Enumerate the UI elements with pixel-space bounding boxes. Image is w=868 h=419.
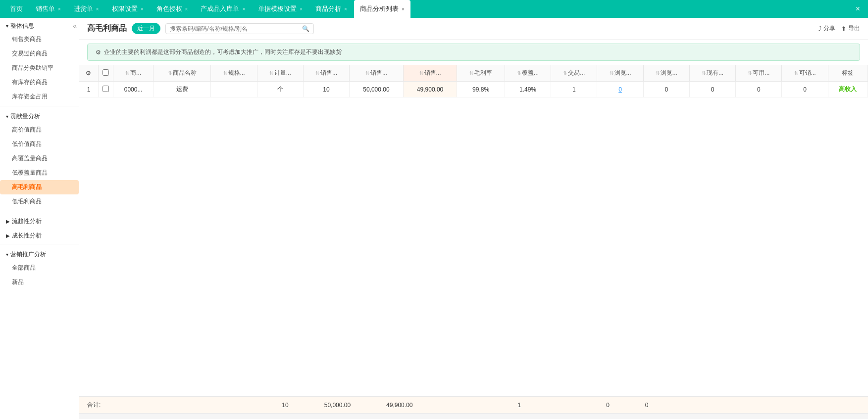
sidebar-group-marketing[interactable]: ▾ 营销推广分析	[0, 246, 79, 261]
cell-checkbox[interactable]	[98, 82, 113, 97]
row-checkbox[interactable]	[102, 86, 109, 92]
sidebar-item-traded-goods[interactable]: 交易过的商品	[0, 47, 79, 61]
col-browse1[interactable]: ⇅ 浏览...	[597, 65, 643, 82]
search-box: 🔍	[165, 23, 314, 34]
sort-icon: ⇅	[702, 70, 706, 76]
col-browse2[interactable]: ⇅ 浏览...	[643, 65, 689, 82]
data-table-container[interactable]: ⚙ ⇅ 商...	[79, 65, 868, 396]
col-code[interactable]: ⇅ 商...	[113, 65, 153, 82]
sort-icon: ⇅	[315, 70, 319, 76]
sidebar-item-sales-goods[interactable]: 销售类商品	[0, 32, 79, 47]
nav-tab-product-analysis-list[interactable]: 商品分析列表 ×	[354, 0, 410, 18]
table-header-row: ⚙ ⇅ 商...	[79, 65, 868, 82]
product-analysis-table: ⚙ ⇅ 商...	[79, 65, 868, 97]
divider	[0, 244, 79, 244]
footer-sales-amount: 50,000.00	[321, 402, 354, 409]
window-close-button[interactable]: ×	[852, 4, 864, 13]
footer-current-stock: 0	[603, 402, 613, 409]
sidebar-item-low-margin[interactable]: 低毛利商品	[0, 194, 79, 209]
sidebar-item-category-sales-rate[interactable]: 商品分类助销率	[0, 61, 79, 75]
sidebar-group-flow[interactable]: ▶ 流趋性分析	[0, 213, 79, 228]
filter-recent-month-button[interactable]: 近一月	[132, 23, 160, 34]
search-icon[interactable]: 🔍	[302, 25, 309, 32]
sidebar-item-in-stock-goods[interactable]: 有库存的商品	[0, 75, 79, 90]
col-checkbox[interactable]	[98, 65, 113, 82]
content-header: 高毛利商品 近一月 🔍 ⤴ 分享 ⬆ 导出	[79, 18, 868, 40]
col-current-stock[interactable]: ⇅ 现有...	[689, 65, 735, 82]
sidebar-item-all-goods[interactable]: 全部商品	[0, 261, 79, 275]
col-saleable[interactable]: ⇅ 可销...	[782, 65, 828, 82]
share-button[interactable]: ⤴ 分享	[818, 24, 835, 33]
close-icon[interactable]: ×	[300, 6, 303, 12]
close-icon[interactable]: ×	[141, 6, 144, 12]
sort-icon: ⇅	[125, 70, 129, 76]
col-sales-profit[interactable]: ⇅ 销售...	[403, 65, 457, 82]
nav-tab-home[interactable]: 首页	[4, 0, 29, 18]
info-icon: ⚙	[96, 49, 101, 56]
divider	[0, 211, 79, 211]
sort-icon: ⇅	[365, 70, 369, 76]
close-icon[interactable]: ×	[185, 6, 188, 12]
chevron-right-icon: ▶	[6, 233, 10, 238]
footer-total-row: 合计: 10 50,000.00 49,900.00 1 0 0	[79, 396, 868, 413]
col-coverage[interactable]: ⇅ 覆盖...	[505, 65, 551, 82]
close-icon[interactable]: ×	[96, 6, 99, 12]
sort-icon: ⇅	[469, 70, 473, 76]
nav-tab-template[interactable]: 单据模板设置 ×	[252, 0, 308, 18]
select-all-checkbox[interactable]	[102, 69, 109, 76]
cell-num: 1	[79, 82, 98, 97]
sidebar-group-overall[interactable]: ▾ 整体信息	[0, 18, 79, 32]
sort-icon: ⇅	[656, 70, 660, 76]
close-icon[interactable]: ×	[402, 6, 405, 12]
export-button[interactable]: ⬆ 导出	[841, 24, 860, 33]
sidebar-item-high-margin[interactable]: 高毛利商品	[0, 180, 79, 194]
footer-available-stock: 0	[642, 402, 652, 409]
sidebar-group-contribution[interactable]: ▾ 贡献量分析	[0, 108, 79, 123]
sidebar-item-new-goods[interactable]: 新品	[0, 275, 79, 289]
sort-icon: ⇅	[517, 70, 521, 76]
col-sales-qty[interactable]: ⇅ 销售...	[303, 65, 349, 82]
search-input[interactable]	[170, 25, 300, 32]
nav-tab-permissions[interactable]: 权限设置 ×	[106, 0, 150, 18]
col-settings[interactable]: ⚙	[79, 65, 98, 82]
nav-tab-inbound[interactable]: 产成品入库单 ×	[195, 0, 251, 18]
chevron-down-icon: ▾	[6, 23, 8, 29]
nav-tab-product-analysis[interactable]: 商品分析 ×	[309, 0, 353, 18]
col-tag[interactable]: 标签	[828, 65, 868, 82]
nav-tab-roles[interactable]: 角色授权 ×	[151, 0, 194, 18]
chevron-right-icon: ▶	[6, 219, 10, 224]
col-available-stock[interactable]: ⇅ 可用...	[736, 65, 782, 82]
cell-saleable: 0	[782, 82, 828, 97]
chevron-down-icon: ▾	[6, 252, 8, 257]
col-transactions[interactable]: ⇅ 交易...	[551, 65, 597, 82]
chevron-down-icon: ▾	[6, 114, 8, 119]
nav-tab-sales[interactable]: 销售单 ×	[30, 0, 67, 18]
nav-tab-purchase[interactable]: 进货单 ×	[68, 0, 105, 18]
close-icon[interactable]: ×	[344, 6, 347, 12]
sidebar-item-low-coverage[interactable]: 低覆盖量商品	[0, 166, 79, 180]
table-row: 1 0000... 运费 个 10 50,000.00 49,900.00 99…	[79, 82, 868, 97]
cell-unit: 个	[257, 82, 303, 97]
footer-transactions: 1	[514, 402, 524, 409]
bottom-scrollbar[interactable]	[79, 413, 868, 419]
sidebar-item-stock-capital[interactable]: 库存资金占用	[0, 90, 79, 104]
col-sales-amount[interactable]: ⇅ 销售...	[350, 65, 404, 82]
col-unit[interactable]: ⇅ 计量...	[257, 65, 303, 82]
tag-label: 高收入	[839, 86, 857, 93]
sidebar-item-high-coverage[interactable]: 高覆盖量商品	[0, 151, 79, 166]
col-name[interactable]: ⇅ 商品名称	[153, 65, 211, 82]
sort-icon: ⇅	[610, 70, 613, 76]
footer-sales-profit: 49,900.00	[383, 402, 415, 409]
browse1-link[interactable]: 0	[618, 86, 622, 93]
sidebar-group-growth[interactable]: ▶ 成长性分析	[0, 228, 79, 242]
col-gross-margin[interactable]: ⇅ 毛利率	[457, 65, 505, 82]
col-spec[interactable]: ⇅ 规格...	[211, 65, 257, 82]
close-icon[interactable]: ×	[242, 6, 245, 12]
cell-browse1[interactable]: 0	[597, 82, 643, 97]
close-icon[interactable]: ×	[58, 6, 61, 12]
sidebar-item-high-value[interactable]: 高价值商品	[0, 123, 79, 137]
sidebar-item-low-value[interactable]: 低价值商品	[0, 137, 79, 151]
sort-icon: ⇅	[794, 70, 798, 76]
sort-icon: ⇅	[563, 70, 567, 76]
sidebar-collapse-button[interactable]: «	[73, 22, 77, 30]
